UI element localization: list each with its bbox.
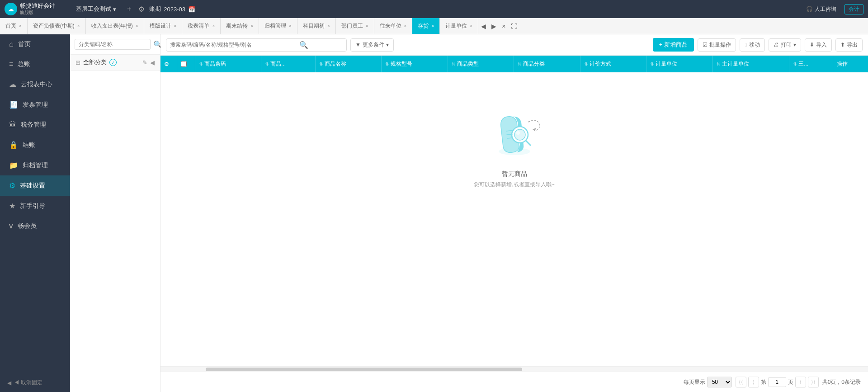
last-page-button[interactable]: ⟩⟩ (808, 377, 819, 387)
tab-partner[interactable]: 往来单位 × (374, 18, 413, 34)
tab-archive-close[interactable]: × (289, 24, 292, 28)
tab-employee-close[interactable]: × (366, 24, 368, 28)
th-category[interactable]: ⇅ 商品分类 (514, 56, 580, 72)
tab-income[interactable]: 收入支出表(年报) × (86, 18, 144, 34)
tab-template-label: 模版设计 (150, 22, 171, 30)
page-input[interactable] (768, 377, 786, 387)
sidebar-item-cloud[interactable]: ☁ 云报表中心 (0, 74, 70, 94)
th-type[interactable]: ⇅ 商品类型 (448, 56, 514, 72)
sidebar-item-guide[interactable]: ★ 新手引导 (0, 196, 70, 216)
horizontal-scrollbar[interactable] (160, 366, 868, 372)
tab-subject[interactable]: 科目期初 × (297, 18, 336, 34)
move-icon: ↕ (745, 42, 747, 48)
th-main-unit[interactable]: ⇅ 主计量单位 (712, 56, 789, 72)
tab-tax[interactable]: 税表清单 × (182, 18, 221, 34)
print-label: 打印 (781, 41, 792, 49)
tab-inventory[interactable]: 存货 × (412, 18, 440, 34)
search-input[interactable] (170, 42, 297, 48)
filter-icon: ▼ (355, 42, 361, 48)
tab-subject-close[interactable]: × (327, 24, 330, 28)
sidebar-item-home[interactable]: ⌂ 首页 (0, 34, 70, 54)
sidebar-item-archive[interactable]: 📁 归档管理 (0, 155, 70, 175)
th-code[interactable]: ⇅ 商品... (261, 56, 316, 72)
invoice-icon: 🧾 (9, 100, 18, 109)
tab-tax-close[interactable]: × (212, 24, 215, 28)
select-all-checkbox[interactable] (181, 61, 187, 67)
calendar-icon[interactable]: 📅 (188, 6, 195, 13)
tab-archive[interactable]: 归档管理 × (259, 18, 297, 34)
sort-spec-icon: ⇅ (385, 61, 389, 66)
th-name[interactable]: ⇅ 商品名称 (315, 56, 382, 72)
sidebar-item-close[interactable]: 🔒 结账 (0, 135, 70, 155)
th-price-mode[interactable]: ⇅ 计价方式 (580, 56, 646, 72)
collapse-panel-icon[interactable]: ◀ (150, 59, 155, 66)
th-spec[interactable]: ⇅ 规格型号 (382, 56, 448, 72)
export-button[interactable]: ⬆ 导出 (835, 38, 863, 52)
tab-assets-close[interactable]: × (77, 24, 80, 28)
import-button[interactable]: ⬇ 导入 (805, 38, 832, 52)
page-suffix: 页 (788, 378, 793, 386)
category-search-input[interactable] (75, 39, 151, 50)
print-button[interactable]: 🖨 打印 ▾ (769, 38, 801, 52)
next-page-button[interactable]: ⟩ (795, 377, 806, 387)
empty-illustration (487, 109, 542, 163)
scrollbar-thumb[interactable] (206, 368, 522, 371)
first-page-button[interactable]: ⟨⟨ (736, 377, 746, 387)
sidebar-collapse[interactable]: ◀ ◀ 取消固定 (0, 373, 70, 392)
tab-nav-maximize[interactable]: ⛶ (508, 18, 520, 34)
edit-category-icon[interactable]: ✎ (142, 59, 147, 66)
app-sub: 旗舰版 (20, 9, 55, 16)
tab-nav-right[interactable]: ▶ (489, 18, 499, 34)
data-table: ⚙ ⇅ (160, 56, 868, 72)
tab-nav-left[interactable]: ◀ (478, 18, 489, 34)
th-unit[interactable]: ⇅ 计量单位 (646, 56, 713, 72)
th-col3[interactable]: ⇅ 三... (789, 56, 833, 72)
tab-unit-close[interactable]: × (470, 24, 472, 28)
sort-unit-icon: ⇅ (650, 61, 654, 66)
sidebar-label-cloud: 云报表中心 (21, 80, 52, 89)
add-tab-button[interactable]: + (124, 4, 134, 14)
th-code-label: 商品... (270, 60, 286, 68)
svg-line-7 (507, 138, 512, 138)
prev-page-button[interactable]: ⟨ (748, 377, 759, 387)
import-label: 导入 (816, 41, 827, 49)
per-page-select[interactable]: 50 100 200 (707, 377, 732, 387)
add-product-button[interactable]: + 新增商品 (653, 38, 694, 52)
category-check-icon: ✓ (109, 59, 117, 66)
sidebar-item-settings[interactable]: ⚙ 基础设置 (0, 175, 70, 196)
th-type-label: 商品类型 (457, 60, 479, 68)
search-icon[interactable]: 🔍 (299, 41, 308, 49)
tab-inventory-close[interactable]: × (431, 24, 434, 28)
tab-unit[interactable]: 计量单位 × (440, 18, 478, 34)
th-barcode[interactable]: ⇅ 商品条码 (195, 56, 261, 72)
batch-button[interactable]: ☑ 批量操作 (698, 38, 736, 52)
tab-partner-close[interactable]: × (404, 24, 407, 28)
category-search-bar: 🔍 (70, 34, 160, 55)
customer-service-button[interactable]: 🎧 人工咨询 (802, 4, 840, 15)
home-icon: ⌂ (9, 40, 14, 48)
th-checkbox[interactable] (177, 56, 195, 72)
workspace-selector[interactable]: 基层工会测试 ▾ (72, 3, 120, 15)
tab-home-close[interactable]: × (19, 24, 22, 28)
tab-period[interactable]: 期末结转 × (221, 18, 259, 34)
tab-home[interactable]: 首页 × (0, 18, 28, 34)
kuaiji-badge[interactable]: 会计 (844, 4, 863, 14)
th-settings[interactable]: ⚙ (160, 56, 177, 72)
settings-icon[interactable]: ⚙ (138, 5, 145, 14)
tab-period-label: 期末结转 (226, 22, 248, 30)
sidebar-item-ledger[interactable]: ≡ 总账 (0, 54, 70, 74)
tab-employee[interactable]: 部门员工 × (336, 18, 374, 34)
sidebar-item-tax[interactable]: 🏛 税务管理 (0, 115, 70, 135)
tab-template-close[interactable]: × (174, 24, 177, 28)
sidebar-item-invoice[interactable]: 🧾 发票管理 (0, 94, 70, 115)
tab-template[interactable]: 模版设计 × (144, 18, 183, 34)
tab-period-close[interactable]: × (250, 24, 253, 28)
content-area: 🔍 ⊞ 全部分类 ✓ ✎ ◀ (70, 34, 868, 392)
add-product-label: + 新增商品 (659, 41, 688, 49)
tab-nav-close-all[interactable]: × (499, 18, 508, 34)
tab-income-close[interactable]: × (136, 24, 138, 28)
tab-assets[interactable]: 资产负债表(中期) × (28, 18, 86, 34)
sidebar-item-member[interactable]: V 畅会员 (0, 216, 70, 236)
move-button[interactable]: ↕ 移动 (740, 38, 765, 52)
filter-button[interactable]: ▼ 更多条件 ▾ (350, 38, 394, 52)
